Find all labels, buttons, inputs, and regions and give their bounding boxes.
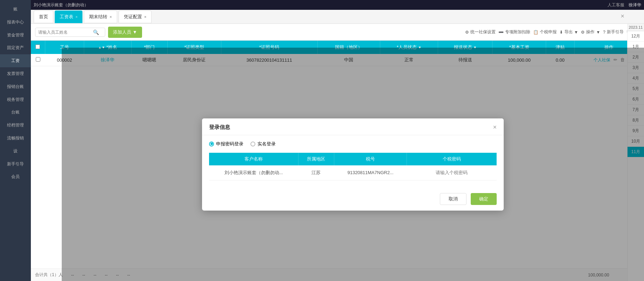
dialog-col-password: 个税密码 (407, 153, 497, 165)
topbar-title: 刘小艳演示账套（勿删勿动） (34, 2, 88, 8)
tax-password-input[interactable] (411, 170, 492, 175)
ops-icon: ⚙ (581, 30, 585, 35)
export-icon: ⬇ (559, 30, 563, 35)
search-icon: 🔍 (93, 29, 99, 35)
radio-realname-circle (250, 142, 255, 146)
search-wrap: 🔍 (35, 28, 105, 37)
sidebar-item-tax[interactable]: 税务管理 (0, 93, 31, 106)
tab-salary[interactable]: 工资表 × (55, 11, 82, 23)
dialog-footer: 取消 确定 (202, 187, 504, 211)
toolbar: 🔍 添加人员 ▼ ⚙ 统一社保设置 ➖ 专项附加扣除 📋 个税申报 ⬇ 导出 ▼… (31, 24, 644, 41)
confirm-button[interactable]: 确定 (471, 193, 497, 205)
special-deduction-action[interactable]: ➖ 专项附加扣除 (498, 29, 530, 35)
search-input[interactable] (38, 30, 91, 35)
row-checkbox[interactable] (36, 57, 40, 62)
dialog-col-taxno: 税号 (334, 153, 407, 165)
tab-salary-close[interactable]: × (75, 15, 78, 19)
radio-realname-login[interactable]: 实名登录 (250, 141, 276, 147)
tab-voucher[interactable]: 凭证配置 × (119, 11, 152, 23)
sidebar-item-assets[interactable]: 固定资产 (0, 41, 31, 54)
dialog-cell-region: 江苏 (298, 165, 334, 180)
add-employee-button[interactable]: 添加人员 ▼ (108, 27, 142, 38)
login-dialog: 登录信息 × 申报密码登录 实名登录 (202, 118, 504, 211)
export-chevron-icon: ▼ (574, 30, 578, 35)
sidebar-item-invoice[interactable]: 发票管理 (0, 67, 31, 80)
tax-report-action[interactable]: 📋 个税申报 (533, 29, 557, 35)
sidebar-item-member[interactable]: 会员 (0, 170, 31, 183)
dialog-cell-password[interactable] (407, 165, 497, 180)
sidebar-item-report[interactable]: 报表中心 (0, 16, 31, 29)
sidebar-item-expense[interactable]: 报销台账 (0, 80, 31, 93)
ops-chevron-icon: ▼ (596, 30, 600, 35)
export-action[interactable]: ⬇ 导出 ▼ (559, 29, 578, 35)
dialog-title: 登录信息 (209, 124, 230, 131)
chevron-down-icon: ▼ (133, 29, 137, 35)
dialog-cell-name: 刘小艳演示账套（勿删勿动... (209, 165, 298, 180)
dialog-overlay: 登录信息 × 申报密码登录 实名登录 (62, 48, 644, 281)
main-content: 🔍 添加人员 ▼ ⚙ 统一社保设置 ➖ 专项附加扣除 📋 个税申报 ⬇ 导出 ▼… (31, 24, 644, 281)
dialog-header: 登录信息 × (202, 118, 504, 135)
main-close-icon[interactable]: × (620, 13, 624, 20)
sidebar-item-settings[interactable]: 设 (0, 145, 31, 158)
deduction-icon: ➖ (498, 30, 504, 35)
select-all-checkbox[interactable] (35, 44, 40, 49)
dialog-table: 客户名称 所属地区 税号 个税密码 刘小艳演示账套（勿删勿动... 江苏 913… (209, 153, 497, 180)
topbar: 刘小艳演示账套（勿删勿动） 人工客服 徐泽华 (31, 0, 644, 10)
operations-action[interactable]: ⚙ 操作 ▼ (581, 29, 600, 35)
social-security-icon: ⚙ (465, 30, 469, 35)
tax-icon: 📋 (533, 30, 538, 35)
sidebar-item-archives[interactable]: 经档管理 (0, 119, 31, 132)
dialog-col-name: 客户名称 (209, 153, 298, 165)
dialog-close-button[interactable]: × (493, 124, 497, 130)
topbar-user: 徐泽华 (629, 2, 641, 8)
cancel-button[interactable]: 取消 (440, 193, 467, 205)
sidebar-item-account[interactable]: 账 (0, 3, 31, 16)
guide-icon: ? (603, 30, 605, 35)
tabbar: 首页 工资表 × 期末结转 × 凭证配置 × × (31, 10, 644, 24)
tab-period-close[interactable]: × (109, 15, 112, 19)
ai-service[interactable]: 人工客服 (608, 2, 624, 8)
total-count: 合计共（1）人 (35, 272, 63, 278)
sidebar-item-reimburse[interactable]: 流畅报销 (0, 132, 31, 145)
dialog-col-region: 所属地区 (298, 153, 334, 165)
tab-voucher-close[interactable]: × (144, 15, 146, 19)
login-type-radio-group: 申报密码登录 实名登录 (209, 141, 497, 147)
radio-password-login[interactable]: 申报密码登录 (209, 141, 243, 147)
social-security-action[interactable]: ⚙ 统一社保设置 (465, 29, 496, 35)
sidebar-item-guide[interactable]: 新手引导 (0, 158, 31, 171)
dialog-table-row: 刘小艳演示账套（勿删勿动... 江苏 91320811MA7NGR2... (209, 165, 497, 180)
radio-password-circle (209, 142, 214, 146)
dialog-body: 申报密码登录 实名登录 客户名称 所属地区 税号 个税密码 (202, 135, 504, 187)
sidebar-item-ledger[interactable]: 台账 (0, 106, 31, 119)
sidebar-item-fund[interactable]: 资金管理 (0, 29, 31, 42)
dialog-cell-taxno: 91320811MA7NGR2... (334, 165, 407, 180)
sidebar: 账 报表中心 资金管理 固定资产 工资 发票管理 报销台账 税务管理 台账 经档… (0, 0, 31, 281)
cal-month-12[interactable]: 12月 (628, 31, 644, 42)
calendar-year: 2023.11 (628, 24, 644, 31)
guide-action[interactable]: ? 新手引导 (603, 29, 624, 35)
tab-period[interactable]: 期末结转 × (84, 11, 117, 23)
sidebar-item-salary[interactable]: 工资 (0, 54, 31, 67)
tab-home[interactable]: 首页 (34, 11, 53, 23)
